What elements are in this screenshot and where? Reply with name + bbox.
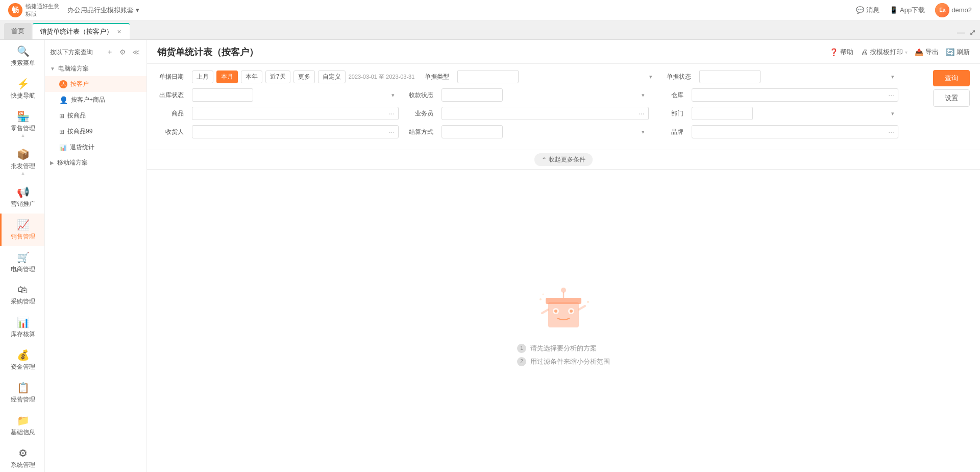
consignee-input[interactable] [192,125,399,138]
staff-input[interactable] [442,107,648,120]
sidebar-item-purchase-mgmt[interactable]: 🛍 采购管理 [0,279,44,311]
out-status-select[interactable] [192,88,253,102]
sidebar-item-inventory[interactable]: 📊 库存核算 [0,311,44,344]
scheme-item-by-goods-99[interactable]: ⊞ 按商品99 [45,124,146,139]
sidebar-item-basic-info[interactable]: 📁 基础信息 [0,409,44,442]
sidebar-item-system[interactable]: ⚙ 系统管理 [0,442,44,472]
date-btn-this-month[interactable]: 本月 [216,70,238,83]
operations-icon: 📋 [17,382,30,394]
collect-status-select[interactable] [442,88,503,102]
collapse-row: ⌃ 收起更多条件 [147,150,980,170]
query-button[interactable]: 查询 [933,70,970,86]
export-action[interactable]: 📤 导出 [915,48,939,57]
sidebar-label-wholesale-mgmt: 批发管理 [11,162,35,171]
scheme-item-by-customer[interactable]: 人 按客户 [45,76,146,92]
help-label: 帮助 [840,48,853,57]
consignee-wrapper: ··· [192,125,399,138]
dept-wrapper [692,107,898,120]
collect-status-wrapper [442,88,648,102]
scheme-group-desktop-header[interactable]: ▼ 电脑端方案 [45,61,146,76]
return-stats-icon: 📊 [59,144,67,151]
date-btn-last-7[interactable]: 近7天 [265,70,290,83]
sidebar-label-basic-info: 基础信息 [11,428,35,437]
goods-label: 商品 [157,109,184,118]
goods-ellipsis-icon[interactable]: ··· [389,109,395,117]
app-download-label: App下载 [900,6,925,15]
staff-ellipsis-icon[interactable]: ··· [639,109,645,117]
sidebar-item-ecommerce[interactable]: 🛒 电商管理 [0,246,44,279]
bill-status-select[interactable] [699,70,761,83]
refresh-action[interactable]: 🔄 刷新 [946,48,970,57]
sidebar-item-sales-mgmt[interactable]: 📈 销售管理 [0,214,44,246]
scheme-item-by-goods-label: 按商品 [67,111,86,120]
scheme-item-by-customer-goods[interactable]: 👤 按客户+商品 [45,92,146,108]
scheme-add-btn[interactable]: ＋ [105,47,115,57]
page-header: 销货单统计表（按客户） ❓ 帮助 🖨 按模板打印 ▾ 📤 [147,40,980,64]
settle-label: 结算方式 [407,128,433,136]
warehouse-wrapper: ··· [692,88,898,102]
sidebar-item-operations[interactable]: 📋 经营管理 [0,376,44,409]
svg-line-8 [542,310,548,313]
scheme-group-mobile-header[interactable]: ▶ 移动端方案 [45,155,146,170]
goods-input[interactable] [192,107,399,120]
app-download-action[interactable]: 📱 App下载 [890,6,925,15]
avatar: Ea [935,3,949,17]
inventory-icon: 📊 [17,316,30,328]
date-btn-custom[interactable]: 自定义 [318,70,346,83]
ecommerce-icon: 🛒 [17,251,30,264]
print-action[interactable]: 🖨 按模板打印 ▾ [861,48,908,57]
bill-type-select[interactable] [457,70,519,83]
sidebar-item-search-menu[interactable]: 🔍 搜索菜单 [0,40,44,73]
tab-home[interactable]: 首页 [4,23,32,39]
sidebar-item-quick-nav[interactable]: ⚡ 快捷导航 [0,73,44,105]
scheme-group-desktop: ▼ 电脑端方案 人 按客户 👤 按客户+商品 ⊞ 按商品 ⊞ 按商品99 [45,61,146,155]
brand-ellipsis-icon[interactable]: ··· [888,128,894,136]
collapse-arrow-icon: ⌃ [542,156,547,163]
scheme-item-by-customer-label: 按客户 [70,80,89,88]
setup-button[interactable]: 设置 [933,89,970,107]
tab-minimize-icon[interactable]: — [957,28,965,37]
by-customer-goods-icon: 👤 [59,96,68,104]
brand-input[interactable] [692,125,898,138]
print-arrow-icon: ▾ [905,50,908,55]
warehouse-ellipsis-icon[interactable]: ··· [888,91,894,99]
message-action[interactable]: 💬 消息 [856,6,879,15]
tab-maximize-icon[interactable]: ⤢ [969,28,976,37]
breadcrumb-dropdown[interactable]: 办公用品行业模拟账套 ▾ [63,4,143,17]
scheme-group-mobile: ▶ 移动端方案 [45,155,146,170]
scheme-collapse-btn[interactable]: ≪ [131,48,141,57]
tab-close-icon[interactable]: ✕ [116,28,122,36]
sidebar-item-wholesale-mgmt[interactable]: 📦 批发管理 ▲ [0,143,44,181]
scheme-settings-btn[interactable]: ⚙ [118,48,128,57]
sidebar-item-retail-mgmt[interactable]: 🏪 零售管理 ▲ [0,105,44,143]
sidebar-item-finance[interactable]: 💰 资金管理 [0,344,44,376]
sidebar-label-retail-mgmt: 零售管理 [11,124,35,133]
user-area[interactable]: Ea demo2 [935,3,972,17]
consignee-ellipsis-icon[interactable]: ··· [389,128,395,136]
svg-point-11 [587,301,589,303]
tab-sales-stats[interactable]: 销货单统计表（按客户） ✕ [33,23,130,39]
sidebar-item-marketing[interactable]: 📢 营销推广 [0,181,44,214]
page-header-actions: ❓ 帮助 🖨 按模板打印 ▾ 📤 导出 🔄 [829,48,970,57]
desktop-group-arrow-icon: ▼ [50,66,55,72]
warehouse-input[interactable] [692,88,898,102]
svg-point-4 [554,310,557,313]
tab-home-label: 首页 [11,27,24,36]
svg-line-9 [579,306,585,310]
date-btn-this-year[interactable]: 本年 [241,70,262,83]
settle-select[interactable] [442,125,503,138]
date-btn-prev-month[interactable]: 上月 [192,70,213,83]
collapse-btn[interactable]: ⌃ 收起更多条件 [534,153,593,166]
download-icon: 📱 [890,6,898,14]
out-status-label: 出库状态 [157,91,184,100]
goods-wrapper: ··· [192,107,399,120]
scheme-item-by-goods[interactable]: ⊞ 按商品 [45,108,146,124]
empty-hint-2: 2 用过滤条件来缩小分析范围 [517,357,610,366]
dept-select[interactable] [692,107,753,120]
date-btn-more[interactable]: 更多 [293,70,315,83]
retail-mgmt-arrow-icon: ▲ [21,133,26,138]
export-icon: 📤 [915,48,923,56]
scheme-panel-header: 按以下方案查询 ＋ ⚙ ≪ [45,44,146,61]
scheme-item-return-stats[interactable]: 📊 退货统计 [45,139,146,155]
help-action[interactable]: ❓ 帮助 [829,48,853,57]
